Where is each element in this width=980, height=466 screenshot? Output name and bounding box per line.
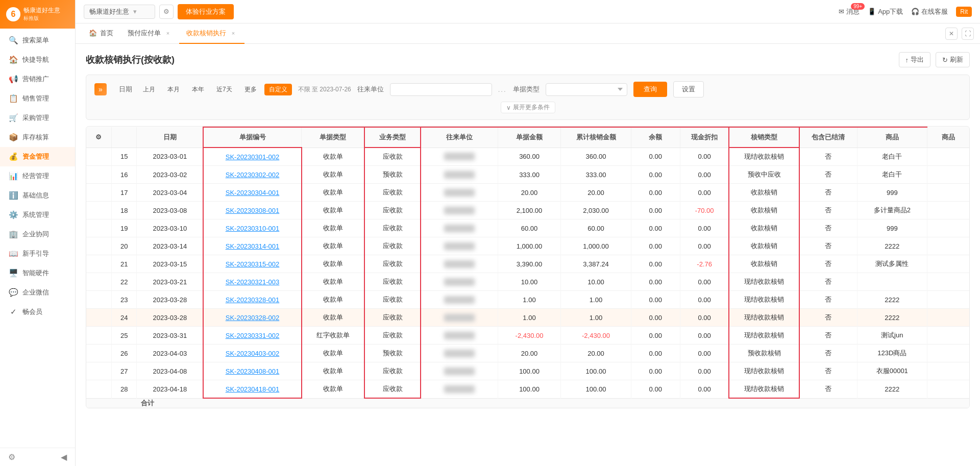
cell-bill-type: 收款单: [302, 291, 365, 309]
cell-goods2: [927, 291, 969, 309]
tab-home[interactable]: 🏠 首页: [82, 23, 120, 44]
col-cash-discount[interactable]: 现金折扣: [680, 127, 729, 148]
tab-prepay[interactable]: 预付应付单 ×: [120, 23, 179, 44]
sidebar-item-guide[interactable]: 📖 新手引导: [0, 244, 75, 263]
tab-home-label: 首页: [100, 29, 113, 38]
bill-no-link[interactable]: SK-20230321-003: [226, 278, 280, 286]
sidebar-item-label: 快捷导航: [22, 55, 49, 64]
bill-no-link[interactable]: SK-20230302-002: [226, 171, 280, 179]
col-accum-cancel[interactable]: 累计核销金额: [561, 127, 631, 148]
bill-no-link[interactable]: SK-20230331-002: [226, 332, 280, 339]
col-date[interactable]: 日期: [137, 127, 203, 148]
sidebar-item-purchase[interactable]: 🛒 采购管理: [0, 108, 75, 128]
content-area: 收款核销执行(按收款) ↑ 导出 ↻ 刷新 »: [76, 44, 980, 466]
user-avatar[interactable]: Rit: [956, 7, 972, 17]
filter-more[interactable]: 更多: [240, 83, 261, 96]
col-cancel-type[interactable]: 核销类型: [729, 127, 799, 148]
sidebar-settings-icon[interactable]: ⚙: [8, 452, 15, 462]
cell-cash-discount: 0.00: [680, 380, 729, 399]
expand-more-button[interactable]: ∨ 展开更多条件: [501, 102, 555, 113]
col-partner[interactable]: 往来单位: [421, 127, 498, 148]
company-dropdown[interactable]: 畅康道好生意 ▾: [84, 5, 155, 19]
bill-no-link[interactable]: SK-20230315-002: [226, 260, 280, 268]
col-biz-type[interactable]: 业务类型: [364, 127, 421, 148]
tab-prepay-close[interactable]: ×: [164, 29, 172, 37]
sidebar-item-sales[interactable]: 📋 销售管理: [0, 89, 75, 108]
sidebar-bottom: ⚙ ◀: [0, 448, 75, 466]
filter-bar: » 日期 上月 本月 本年 近7天 更多 自定义 不限 至 2023-07-26…: [86, 75, 970, 120]
col-settings[interactable]: ⚙: [86, 127, 111, 148]
sidebar-item-marketing[interactable]: 📢 营销推广: [0, 69, 75, 89]
sidebar-item-wechat[interactable]: 💬 企业微信: [0, 283, 75, 302]
sidebar-item-quicknav[interactable]: 🏠 快捷导航: [0, 50, 75, 69]
col-include-settled[interactable]: 包含已结清: [799, 127, 857, 148]
sidebar-item-label: 企业协同: [22, 230, 49, 239]
sidebar-item-member[interactable]: ✓ 畅会员: [0, 302, 75, 322]
cell-accum-cancel: 333.00: [561, 166, 631, 184]
bill-no-link[interactable]: SK-20230328-002: [226, 314, 280, 322]
topbar-left: 畅康道好生意 ▾ ⚙ 体验行业方案: [84, 4, 234, 19]
query-button[interactable]: 查询: [633, 82, 667, 97]
tab-fullscreen-button[interactable]: ⛶: [962, 28, 974, 40]
cell-goods2: [927, 380, 969, 399]
cell-goods2: [927, 255, 969, 273]
settings-button[interactable]: ⚙: [159, 5, 174, 19]
sidebar-item-label: 资金管理: [22, 152, 49, 161]
filter-this-month[interactable]: 本月: [163, 83, 184, 96]
bill-no-link[interactable]: SK-20230403-002: [226, 350, 280, 357]
sidebar-item-corp[interactable]: 🏢 企业协同: [0, 225, 75, 244]
filter-expand-button[interactable]: »: [94, 83, 107, 95]
sidebar-collapse-icon[interactable]: ◀: [61, 452, 67, 462]
bill-no-link[interactable]: SK-20230328-001: [226, 296, 280, 304]
sidebar-item-inventory[interactable]: 📦 库存核算: [0, 128, 75, 147]
cell-biz-type: 应收款: [364, 309, 421, 327]
filter-last-month[interactable]: 上月: [138, 83, 160, 96]
col-bill-no[interactable]: 单据编号: [203, 127, 301, 148]
tab-collection-close[interactable]: ×: [229, 29, 237, 37]
sidebar-item-basic[interactable]: ℹ️ 基础信息: [0, 186, 75, 205]
bill-no-link[interactable]: SK-20230304-001: [226, 189, 280, 197]
filter-custom-btn[interactable]: 自定义: [264, 84, 292, 95]
sidebar-item-search[interactable]: 🔍 搜索菜单: [0, 31, 75, 50]
online-service-button[interactable]: 🎧 在线客服: [911, 7, 948, 16]
sidebar-item-label: 经营管理: [22, 171, 49, 181]
partner-filter-input[interactable]: [390, 83, 492, 96]
sidebar-item-hardware[interactable]: 🖥️ 智能硬件: [0, 263, 75, 283]
bill-no-link[interactable]: SK-20230418-001: [226, 385, 280, 393]
cell-balance: 0.00: [631, 148, 680, 166]
setting-button[interactable]: 设置: [673, 81, 704, 97]
table-row: 16 2023-03-02 SK-20230302-002 收款单 预收款 ██…: [86, 166, 969, 184]
tab-close-all-button[interactable]: ✕: [945, 28, 958, 40]
sidebar-item-system[interactable]: ⚙️ 系统管理: [0, 205, 75, 225]
export-label: 导出: [911, 55, 924, 64]
sidebar-item-finance[interactable]: 💰 资金管理: [0, 147, 75, 166]
data-table-wrapper: ⚙ 日期 单据编号 单据类型 业务类型 往来单位 单据金额 累计核销金额 余额 …: [86, 126, 970, 408]
cell-date: 2023-03-15: [137, 255, 203, 273]
bill-no-link[interactable]: SK-20230310-001: [226, 225, 280, 232]
bill-no-link[interactable]: SK-20230308-001: [226, 207, 280, 214]
cell-cancel-type: 收款核销: [729, 237, 799, 255]
bill-no-link[interactable]: SK-20230314-001: [226, 242, 280, 250]
col-goods2[interactable]: 商品: [927, 127, 969, 148]
export-button[interactable]: ↑ 导出: [899, 52, 931, 67]
cell-include-settled: 否: [799, 345, 857, 362]
filter-this-year[interactable]: 本年: [187, 83, 209, 96]
app-download-button[interactable]: 📱 App下载: [868, 7, 903, 16]
filter-7days[interactable]: 近7天: [212, 83, 237, 96]
cell-cancel-type: 预收中应收: [729, 166, 799, 184]
refresh-button[interactable]: ↻ 刷新: [936, 52, 970, 67]
industry-solution-button[interactable]: 体验行业方案: [178, 4, 234, 19]
cell-bill-amount: 3,390.00: [498, 255, 561, 273]
col-balance[interactable]: 余额: [631, 127, 680, 148]
tab-collection[interactable]: 收款核销执行 ×: [179, 23, 244, 44]
sidebar-item-operations[interactable]: 📊 经营管理: [0, 166, 75, 186]
col-bill-type[interactable]: 单据类型: [302, 127, 365, 148]
bill-no-link[interactable]: SK-20230408-001: [226, 367, 280, 375]
col-bill-amount[interactable]: 单据金额: [498, 127, 561, 148]
bill-type-filter-select[interactable]: [546, 83, 627, 96]
bill-no-link[interactable]: SK-20230301-002: [226, 153, 280, 161]
sidebar-item-label: 营销推广: [22, 75, 49, 84]
message-button[interactable]: ✉ 消息 99+: [839, 7, 860, 16]
page-container: 收款核销执行(按收款) ↑ 导出 ↻ 刷新 »: [76, 44, 980, 466]
col-goods[interactable]: 商品: [857, 127, 927, 148]
